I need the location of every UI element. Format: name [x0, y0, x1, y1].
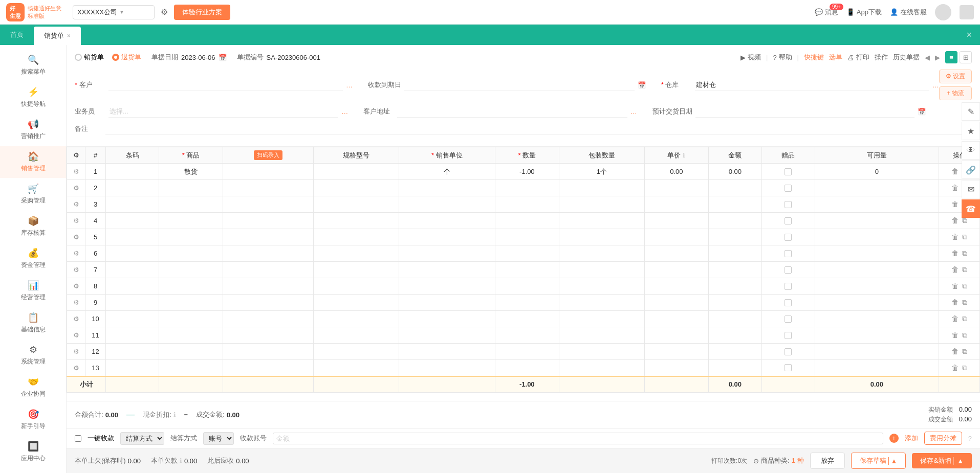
row-barcode[interactable] — [106, 196, 159, 213]
row-pkg-qty[interactable] — [559, 344, 644, 360]
row-price[interactable] — [644, 213, 708, 229]
user-menu[interactable] — [960, 5, 974, 19]
account-select[interactable]: 账号 — [203, 432, 234, 445]
row-product[interactable] — [159, 344, 223, 360]
float-btn-2[interactable]: ★ — [962, 122, 980, 140]
float-btn-4[interactable]: 🔗 — [962, 161, 980, 179]
row-gift[interactable] — [761, 213, 815, 229]
row-delete-icon[interactable]: 🗑 — [951, 265, 959, 274]
row-barcode[interactable] — [106, 180, 159, 196]
sidebar-item-finance[interactable]: 💰 资金管理 — [0, 242, 66, 275]
sidebar-item-collab[interactable]: 🤝 企业协同 — [0, 371, 66, 403]
row-settings[interactable]: ⚙ — [67, 295, 85, 311]
row-copy-icon[interactable]: ⧉ — [962, 298, 967, 306]
company-selector[interactable]: XXXXXX公司 ▼ — [73, 5, 155, 19]
row-qty[interactable] — [495, 262, 559, 278]
row-unit[interactable] — [399, 360, 495, 376]
row-spec[interactable] — [313, 245, 399, 262]
row-spec[interactable] — [313, 180, 399, 196]
row-price[interactable] — [644, 180, 708, 196]
row-spec[interactable] — [313, 196, 399, 213]
tab-close-icon[interactable]: × — [67, 32, 71, 39]
row-spec[interactable] — [313, 229, 399, 245]
gift-checkbox[interactable] — [785, 364, 792, 371]
row-copy-icon[interactable]: ⧉ — [962, 282, 967, 290]
row-settings[interactable]: ⚙ — [67, 213, 85, 229]
row-delete-icon[interactable]: 🗑 — [951, 347, 959, 355]
row-barcode[interactable] — [106, 262, 159, 278]
save-draft-button[interactable]: 保存草稿 ▲ — [851, 453, 906, 469]
row-amount[interactable] — [708, 196, 761, 213]
float-btn-1[interactable]: ✎ — [962, 102, 980, 121]
row-pkg-qty[interactable] — [559, 327, 644, 344]
row-settings[interactable]: ⚙ — [67, 262, 85, 278]
row-gift[interactable] — [761, 180, 815, 196]
row-settings[interactable]: ⚙ — [67, 164, 85, 180]
row-qty[interactable] — [495, 245, 559, 262]
row-product[interactable] — [159, 295, 223, 311]
row-unit[interactable] — [399, 213, 495, 229]
row-barcode[interactable] — [106, 295, 159, 311]
gift-checkbox[interactable] — [785, 332, 792, 339]
sidebar-item-quick-nav[interactable]: ⚡ 快捷导航 — [0, 81, 66, 114]
row-copy-icon[interactable]: ⧉ — [962, 331, 967, 339]
gift-checkbox[interactable] — [785, 185, 792, 192]
sidebar-item-system[interactable]: ⚙ 系统管理 — [0, 339, 66, 371]
row-qty[interactable] — [495, 327, 559, 344]
row-delete-icon[interactable]: 🗑 — [951, 364, 959, 372]
row-unit[interactable] — [399, 262, 495, 278]
row-settings[interactable]: ⚙ — [67, 311, 85, 327]
row-gift[interactable] — [761, 164, 815, 180]
row-barcode[interactable] — [106, 229, 159, 245]
logistics-button[interactable]: + 物流 — [939, 86, 972, 100]
expected-date-input[interactable] — [695, 105, 914, 118]
setting-button[interactable]: ⚙ 设置 — [939, 70, 972, 83]
row-qty[interactable] — [495, 311, 559, 327]
row-pkg-qty[interactable]: 1个 — [559, 164, 644, 180]
row-amount[interactable] — [708, 213, 761, 229]
prev-icon[interactable]: ◀ — [925, 54, 930, 61]
row-amount[interactable] — [708, 360, 761, 376]
discard-button[interactable]: 放弃 — [810, 453, 845, 469]
row-spec[interactable] — [313, 262, 399, 278]
row-settings[interactable]: ⚙ — [67, 344, 85, 360]
sidebar-item-basic[interactable]: 📋 基础信息 — [0, 307, 66, 339]
row-delete-icon[interactable]: 🗑 — [951, 167, 959, 175]
sidebar-item-marketing[interactable]: 📢 营销推广 — [0, 114, 66, 146]
row-settings[interactable]: ⚙ — [67, 180, 85, 196]
scan-button[interactable]: 扫码录入 — [254, 150, 282, 160]
sidebar-item-apps[interactable]: 🔲 应用中心 — [0, 436, 66, 468]
sidebar-item-wechat[interactable]: 💬 企业微信 — [0, 468, 66, 473]
row-gift[interactable] — [761, 295, 815, 311]
row-unit[interactable] — [399, 245, 495, 262]
row-pkg-qty[interactable] — [559, 213, 644, 229]
row-qty[interactable] — [495, 196, 559, 213]
row-qty[interactable] — [495, 278, 559, 295]
gift-checkbox[interactable] — [785, 234, 792, 241]
row-product[interactable] — [159, 278, 223, 295]
add-button[interactable]: + — [889, 434, 899, 443]
row-pkg-qty[interactable] — [559, 262, 644, 278]
row-unit[interactable] — [399, 327, 495, 344]
sidebar-item-operations[interactable]: 📊 经营管理 — [0, 275, 66, 307]
payment-date-input[interactable] — [404, 79, 635, 91]
row-amount[interactable] — [708, 295, 761, 311]
row-gift[interactable] — [761, 229, 815, 245]
th-settings[interactable]: ⚙ — [67, 147, 85, 164]
expected-date-calendar-icon[interactable]: 📅 — [918, 108, 926, 116]
row-barcode[interactable] — [106, 278, 159, 295]
action-btn[interactable]: 操作 — [875, 53, 888, 62]
row-copy-icon[interactable]: ⧉ — [962, 364, 967, 372]
row-amount[interactable]: 0.00 — [708, 164, 761, 180]
save-new-button[interactable]: 保存&新增 ▲ — [912, 453, 972, 468]
avatar[interactable] — [935, 4, 951, 20]
warehouse-dots-btn[interactable]: … — [932, 81, 939, 89]
gift-checkbox[interactable] — [785, 201, 792, 208]
row-delete-icon[interactable]: 🗑 — [951, 331, 959, 339]
float-btn-5[interactable]: ✉ — [962, 180, 980, 198]
payment-method-select[interactable]: 结算方式 — [120, 432, 164, 445]
gift-checkbox[interactable] — [785, 250, 792, 257]
row-spec[interactable] — [313, 311, 399, 327]
row-spec[interactable] — [313, 344, 399, 360]
row-gift[interactable] — [761, 344, 815, 360]
